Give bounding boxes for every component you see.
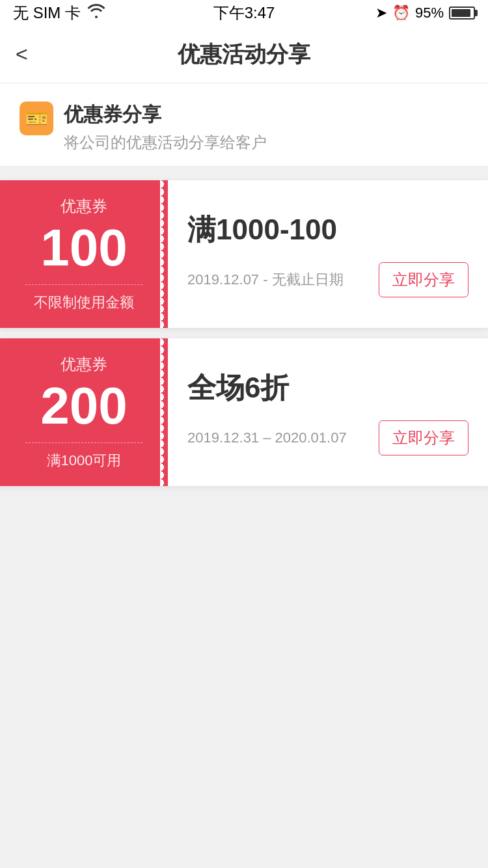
coupon-meta-1: 2019.12.07 - 无截止日期 立即分享 <box>187 262 468 297</box>
coupon-left-1: 优惠券 100 不限制使用金额 <box>0 180 168 328</box>
page-title: 优惠活动分享 <box>178 40 310 70</box>
coupon-label-1: 优惠券 <box>61 196 107 217</box>
coupon-condition-1: 不限制使用金额 <box>34 293 134 312</box>
coupon-right-2: 全场6折 2019.12.31 – 2020.01.07 立即分享 <box>168 338 488 486</box>
coupon-amount-1: 100 <box>40 222 127 274</box>
carrier-text: 无 SIM 卡 <box>13 3 81 23</box>
battery-percent: 95% <box>415 5 444 21</box>
coupon-left-2: 优惠券 200 满1000可用 <box>0 338 168 486</box>
section-subtitle: 将公司的优惠活动分享给客户 <box>64 132 267 153</box>
coupon-card-2: 优惠券 200 满1000可用 全场6折 2019.12.31 – 2020.0… <box>0 338 488 486</box>
alarm-icon: ⏰ <box>392 5 410 21</box>
status-bar: 无 SIM 卡 下午3:47 ➤ ⏰ 95% <box>0 0 488 26</box>
wifi-icon <box>87 4 105 22</box>
location-icon: ➤ <box>375 5 387 21</box>
coupon-title-1: 满1000-100 <box>187 211 468 249</box>
coupon-date-2: 2019.12.31 – 2020.01.07 <box>187 429 347 446</box>
status-time: 下午3:47 <box>213 3 275 23</box>
status-left: 无 SIM 卡 <box>13 3 105 23</box>
coupon-card-1: 优惠券 100 不限制使用金额 满1000-100 2019.12.07 - 无… <box>0 180 488 328</box>
status-right: ➤ ⏰ 95% <box>375 5 475 21</box>
section-title: 优惠券分享 <box>64 102 267 128</box>
back-button[interactable]: < <box>16 42 28 66</box>
coupon-meta-2: 2019.12.31 – 2020.01.07 立即分享 <box>187 420 468 455</box>
section-header: 🎫 优惠券分享 将公司的优惠活动分享给客户 <box>0 83 488 166</box>
coupon-condition-2: 满1000可用 <box>47 451 122 470</box>
coupon-amount-2: 200 <box>40 380 127 432</box>
share-button-2[interactable]: 立即分享 <box>379 420 468 455</box>
empty-area <box>0 499 488 868</box>
coupons-area: 优惠券 100 不限制使用金额 满1000-100 2019.12.07 - 无… <box>0 167 488 499</box>
coupon-date-1: 2019.12.07 - 无截止日期 <box>187 270 344 290</box>
section-text: 优惠券分享 将公司的优惠活动分享给客户 <box>64 102 267 153</box>
coupon-right-1: 满1000-100 2019.12.07 - 无截止日期 立即分享 <box>168 180 488 328</box>
share-button-1[interactable]: 立即分享 <box>379 262 468 297</box>
coupon-title-2: 全场6折 <box>187 369 468 407</box>
coupon-divider-2 <box>25 442 143 443</box>
coupon-divider-1 <box>25 284 143 285</box>
battery-indicator <box>449 7 475 20</box>
section-icon: 🎫 <box>20 102 53 135</box>
nav-bar: < 优惠活动分享 <box>0 26 488 83</box>
coupon-label-2: 优惠券 <box>61 354 107 375</box>
